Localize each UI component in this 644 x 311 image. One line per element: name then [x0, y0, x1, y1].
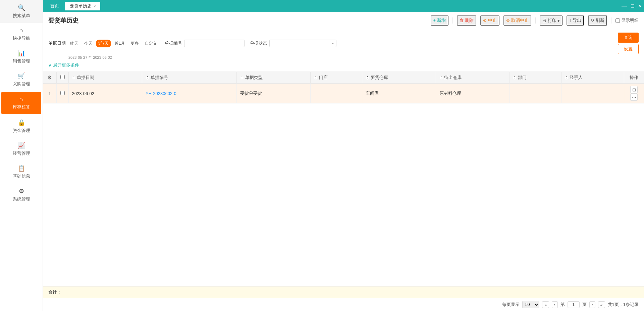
- last-page-btn[interactable]: »: [598, 301, 605, 308]
- doc-status-select[interactable]: [269, 40, 336, 47]
- toolbar-divider-2: [535, 17, 536, 24]
- window-maximize-icon[interactable]: □: [631, 3, 634, 9]
- doc-no-link[interactable]: YH-20230602-0: [146, 91, 176, 96]
- tab-close-icon[interactable]: ×: [94, 4, 96, 8]
- page-title: 要货单历史: [48, 16, 431, 25]
- sidebar-item-basic-info[interactable]: 📋 基础信息: [0, 161, 43, 183]
- finance-icon: 🔒: [18, 119, 25, 126]
- row-view-btn[interactable]: ⊞: [630, 86, 638, 93]
- per-page-label: 每页显示: [502, 302, 520, 308]
- per-page-select[interactable]: 50 10 20 100: [522, 301, 539, 308]
- custom-btn[interactable]: 自定义: [143, 40, 159, 47]
- inventory-icon: ⌂: [19, 96, 23, 103]
- new-button[interactable]: + 新增: [431, 15, 448, 26]
- last1month-btn[interactable]: 近1月: [112, 40, 127, 47]
- display-detail-checkbox[interactable]: [615, 18, 620, 23]
- operations-icon: 📈: [18, 142, 25, 149]
- sidebar-item-label: 销售管理: [13, 58, 30, 64]
- filter-doc-date: 单据日期 昨天 今天 近7天 近1月 更多 自定义: [48, 40, 159, 47]
- filter-doc-status: 单据状态 ▾: [250, 40, 336, 47]
- sidebar-item-operations[interactable]: 📈 经营管理: [0, 138, 43, 161]
- filter-row-1: 单据日期 昨天 今天 近7天 近1月 更多 自定义 单据编号: [48, 33, 639, 54]
- display-detail-checkbox-label[interactable]: 显示明细: [615, 17, 639, 24]
- settings-button[interactable]: 设置: [618, 44, 639, 54]
- expand-more-icon: ∨: [48, 63, 52, 68]
- sidebar-item-inventory[interactable]: ⌂ 库存核算: [1, 92, 41, 114]
- cell-doc-date: 2023-06-02: [68, 84, 142, 103]
- th-pending-warehouse-label: ≑ 待出仓库: [439, 75, 462, 80]
- sidebar-item-finance[interactable]: 🔒 资金管理: [0, 115, 43, 138]
- current-page-input[interactable]: [568, 301, 580, 308]
- cell-ops: ⊞ ⋯: [624, 84, 644, 103]
- query-button[interactable]: 查询: [618, 33, 639, 43]
- stop-button[interactable]: ⊗ 中止: [480, 15, 499, 26]
- expand-more-btn[interactable]: ∨ 展开更多条件: [48, 62, 639, 68]
- sidebar-item-system[interactable]: ⚙ 系统管理: [0, 183, 43, 206]
- select-all-checkbox[interactable]: [60, 75, 65, 79]
- row-more-btn[interactable]: ⋯: [630, 93, 638, 101]
- filter-doc-no: 单据编号: [165, 40, 245, 47]
- cell-store: [310, 84, 362, 103]
- more-btn[interactable]: 更多: [128, 40, 141, 47]
- toolbar: + 新增 🗑 删除 ⊗ 中止 ⊗ 取消中止 🖨 打印 ▾ ↑ 导出 ↺ 刷新 显…: [431, 15, 639, 26]
- th-department-label: ≑ 部门: [513, 75, 527, 80]
- toolbar-divider-3: [611, 17, 611, 24]
- system-icon: ⚙: [19, 187, 24, 195]
- refresh-button[interactable]: ↺ 刷新: [588, 15, 607, 26]
- next-page-btn[interactable]: ›: [589, 301, 595, 308]
- action-area: 查询 设置: [618, 33, 639, 54]
- total-label: 合计：: [48, 290, 61, 295]
- date-range-text: 2023-05-27 至 2023-06-02: [68, 55, 112, 59]
- window-close-icon[interactable]: ×: [638, 3, 641, 9]
- toolbar-divider-1: [452, 17, 453, 24]
- print-dropdown-icon[interactable]: ▾: [557, 18, 560, 23]
- cell-doc-no: YH-20230602-0: [142, 84, 237, 103]
- expand-more-label: 展开更多条件: [53, 62, 79, 68]
- sidebar-item-quick-nav[interactable]: ⌂ 快捷导航: [0, 23, 43, 45]
- sales-icon: 📊: [18, 49, 25, 57]
- sidebar-item-purchase[interactable]: 🛒 采购管理: [0, 68, 43, 91]
- tab-active[interactable]: 要货单历史 ×: [65, 2, 100, 10]
- first-page-btn[interactable]: «: [542, 301, 549, 308]
- th-department: ≑ 部门: [509, 72, 561, 84]
- gear-icon[interactable]: ⚙: [47, 75, 52, 80]
- delete-button[interactable]: 🗑 删除: [457, 15, 477, 26]
- cell-pending-warehouse: 原材料仓库: [436, 84, 509, 103]
- th-handler-label: ≑ 经手人: [565, 75, 583, 80]
- prev-page-btn[interactable]: ‹: [552, 301, 558, 308]
- table-area: ⚙ ≑ 单据日期 ≑ 单据编号 ≑ 单据类型: [43, 72, 644, 286]
- sidebar-item-label: 资金管理: [13, 128, 30, 134]
- cell-num: 1: [43, 84, 56, 103]
- main-table: ⚙ ≑ 单据日期 ≑ 单据编号 ≑ 单据类型: [43, 72, 644, 103]
- doc-no-label: 单据编号: [165, 40, 182, 46]
- sidebar-item-label: 采购管理: [13, 81, 30, 87]
- sidebar-item-sales[interactable]: 📊 销售管理: [0, 45, 43, 68]
- sidebar-item-label: 搜索菜单: [13, 13, 30, 19]
- sidebar-item-search-menu[interactable]: 🔍 搜索菜单: [0, 0, 43, 23]
- th-pending-warehouse: ≑ 待出仓库: [436, 72, 509, 84]
- last7days-btn[interactable]: 近7天: [96, 40, 111, 47]
- th-store-label: ≑ 门店: [314, 75, 328, 80]
- th-store: ≑ 门店: [310, 72, 362, 84]
- pagination: 每页显示 50 10 20 100 « ‹ 第 页 › » 共1页，1条记录: [43, 298, 644, 311]
- doc-date-label: 单据日期: [48, 40, 66, 46]
- print-button[interactable]: 🖨 打印 ▾: [540, 15, 563, 26]
- main-area: 首页 要货单历史 × — □ × 要货单历史 + 新增 🗑 删除 ⊗ 中止 ⊗ …: [43, 0, 644, 311]
- filter-area: 单据日期 昨天 今天 近7天 近1月 更多 自定义 单据编号: [43, 29, 644, 72]
- yesterday-btn[interactable]: 昨天: [68, 40, 80, 47]
- sidebar: 🔍 搜索菜单 ⌂ 快捷导航 📊 销售管理 🛒 采购管理 ⌂ 库存核算 🔒 资金管…: [0, 0, 43, 311]
- row-checkbox[interactable]: [60, 91, 65, 95]
- window-minimize-icon[interactable]: —: [622, 3, 627, 9]
- export-button[interactable]: ↑ 导出: [567, 15, 584, 26]
- today-btn[interactable]: 今天: [82, 40, 95, 47]
- th-doc-date-label: ≑ 单据日期: [72, 75, 95, 80]
- cancel-stop-button[interactable]: ⊗ 取消中止: [503, 15, 531, 26]
- tab-home[interactable]: 首页: [46, 2, 64, 10]
- tab-bar: 首页 要货单历史 × — □ ×: [43, 0, 644, 12]
- cell-doc-type: 要货单要货: [237, 84, 310, 103]
- quick-nav-icon: ⌂: [19, 27, 23, 34]
- doc-no-input[interactable]: [184, 40, 245, 47]
- sidebar-item-label: 库存核算: [13, 104, 30, 110]
- th-doc-no-label: ≑ 单据编号: [146, 75, 168, 80]
- purchase-icon: 🛒: [18, 72, 25, 80]
